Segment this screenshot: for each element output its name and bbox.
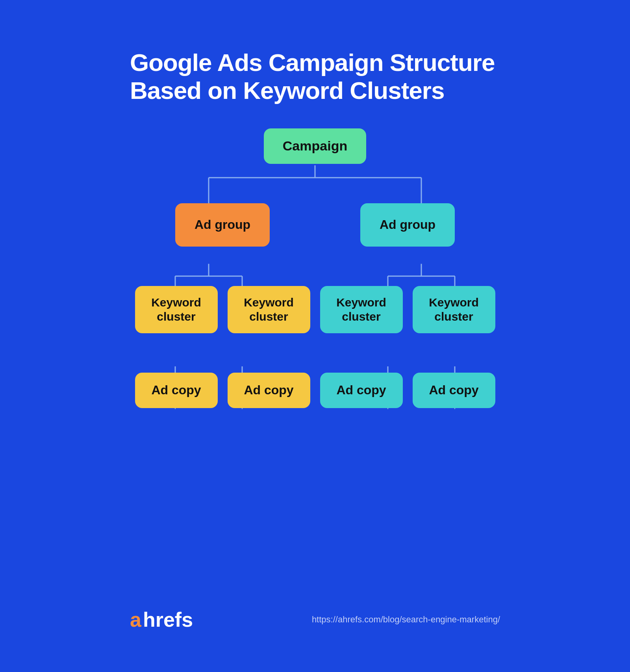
keyword-node-4: Keyword cluster <box>413 286 495 333</box>
keyword-node-2: Keyword cluster <box>228 286 310 333</box>
keyword-node-1: Keyword cluster <box>135 286 218 333</box>
adcopy-node-4: Ad copy <box>413 373 495 408</box>
infographic: Google Ads Campaign Structure Based on K… <box>106 21 524 651</box>
keyword-row: Keyword cluster Keyword cluster Keyword … <box>130 286 500 333</box>
adgroup-left-node: Ad group <box>175 203 270 247</box>
ahrefs-logo: a hrefs <box>130 608 193 631</box>
adcopy-node-1: Ad copy <box>135 373 218 408</box>
campaign-node: Campaign <box>264 128 366 164</box>
adcopy-node-3: Ad copy <box>320 373 403 408</box>
footer-url: https://ahrefs.com/blog/search-engine-ma… <box>312 614 500 625</box>
page-title: Google Ads Campaign Structure Based on K… <box>130 48 495 105</box>
logo-a: a <box>130 608 141 631</box>
adcopy-node-2: Ad copy <box>228 373 310 408</box>
diagram: Campaign Ad group Ad group Keyword clust… <box>130 128 500 596</box>
footer: a hrefs https://ahrefs.com/blog/search-e… <box>130 596 500 631</box>
adcopy-row: Ad copy Ad copy Ad copy Ad copy <box>130 373 500 408</box>
adgroup-right-node: Ad group <box>360 203 455 247</box>
adgroup-row: Ad group Ad group <box>130 203 500 247</box>
keyword-node-3: Keyword cluster <box>320 286 403 333</box>
logo-rest: hrefs <box>143 608 193 631</box>
connector-lines <box>130 128 500 596</box>
campaign-row: Campaign <box>130 128 500 164</box>
